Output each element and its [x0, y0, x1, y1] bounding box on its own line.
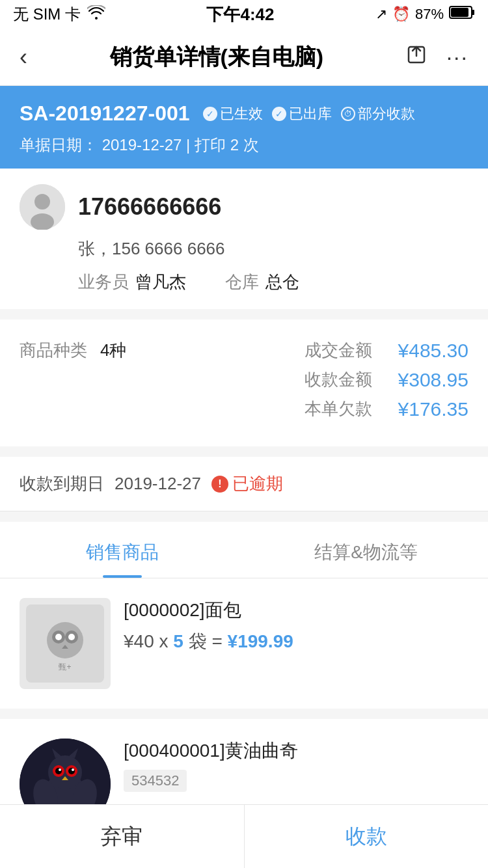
received-amount-item: 收款金额 ¥308.95 — [305, 368, 468, 391]
warehouse-value: 总仓 — [265, 271, 299, 293]
svg-point-11 — [55, 634, 62, 640]
product-info-bread: [0000002]面包 ¥40 x 5 袋 = ¥199.99 — [124, 598, 468, 654]
owed-amount-value: ¥176.35 — [398, 398, 468, 420]
transaction-amount-label: 成交金额 — [305, 339, 372, 362]
salesman-label: 业务员 — [78, 271, 129, 293]
alarm-icon: ⏰ — [392, 6, 410, 23]
share-icon[interactable] — [406, 44, 427, 70]
wifi-icon — [87, 5, 105, 23]
tabs-container: 销售商品 结算&物流等 — [0, 522, 488, 578]
customer-name-phone: 张，156 6666 6666 — [78, 237, 468, 260]
clock-icon: ⏱ — [341, 107, 355, 121]
svg-point-26 — [59, 768, 61, 771]
svg-point-8 — [47, 622, 83, 658]
product-item-bread: 甄+ [0000002]面包 ¥40 x 5 袋 = ¥199.99 — [0, 578, 488, 709]
order-id-row: SA-20191227-001 ✓ 已生效 ✓ 已出库 ⏱ 部分收款 — [20, 102, 468, 126]
carrier-text: 无 SIM 卡 — [13, 4, 81, 25]
received-amount-value: ¥308.95 — [398, 369, 468, 391]
svg-point-5 — [34, 194, 50, 210]
overdue-status: 已逾期 — [232, 472, 283, 495]
product-name-bread: [0000002]面包 — [124, 598, 468, 623]
svg-text:甄+: 甄+ — [59, 662, 71, 671]
svg-point-25 — [68, 768, 75, 774]
product-name-cookie: [000400001]黄油曲奇 — [124, 739, 468, 763]
salesman-item: 业务员 曾凡杰 — [78, 271, 186, 293]
tab-settlement-logistics[interactable]: 结算&物流等 — [244, 522, 488, 578]
status-right: ↗ ⏰ 87% — [375, 5, 475, 23]
cancel-button[interactable]: 弃审 — [0, 805, 245, 868]
separator — [0, 511, 488, 522]
battery-text: 87% — [415, 6, 444, 23]
bottom-bar: 弃审 收款 — [0, 804, 488, 868]
owed-amount-item: 本单欠款 ¥176.35 — [305, 398, 468, 420]
warehouse-item: 仓库 总仓 — [225, 271, 299, 293]
customer-meta: 业务员 曾凡杰 仓库 总仓 — [78, 271, 468, 293]
nav-title: 销货单详情(来自电脑) — [110, 42, 324, 72]
customer-row: 17666666666 — [20, 184, 468, 230]
stats-right: 成交金额 ¥485.30 收款金额 ¥308.95 本单欠款 ¥176.35 — [305, 339, 468, 427]
customer-section: 17666666666 张，156 6666 6666 业务员 曾凡杰 仓库 总… — [0, 169, 488, 309]
product-qty-bread: 5 — [173, 631, 183, 651]
avatar — [20, 184, 65, 230]
status-time: 下午4:42 — [206, 3, 274, 26]
pay-button[interactable]: 收款 — [245, 805, 489, 868]
svg-point-27 — [72, 768, 74, 771]
transaction-amount-item: 成交金额 ¥485.30 — [305, 339, 468, 362]
battery-icon — [449, 5, 475, 23]
product-price-bread: ¥40 x 5 袋 = ¥199.99 — [124, 629, 468, 654]
status-partial-payment: ⏱ 部分收款 — [341, 104, 415, 124]
product-thumb-bread: 甄+ — [20, 598, 111, 689]
overdue-date: 2019-12-27 — [115, 474, 201, 494]
customer-account-id: 17666666666 — [78, 193, 221, 221]
more-icon[interactable]: ··· — [446, 44, 468, 70]
status-bar: 无 SIM 卡 下午4:42 ↗ ⏰ 87% — [0, 0, 488, 29]
status-left: 无 SIM 卡 — [13, 4, 105, 25]
nav-bar: ‹ 销货单详情(来自电脑) ··· — [0, 29, 488, 86]
transaction-amount-value: ¥485.30 — [398, 340, 468, 362]
order-id: SA-20191227-001 — [20, 102, 190, 126]
stats-row: 商品种类 4种 成交金额 ¥485.30 收款金额 ¥308.95 本单欠款 ¥… — [20, 339, 468, 427]
order-date-row: 单据日期： 2019-12-27 | 打印 2 次 — [20, 135, 468, 156]
check-icon-2: ✓ — [272, 107, 286, 121]
overdue-label: 收款到期日 — [20, 472, 104, 495]
svg-point-24 — [55, 768, 62, 774]
tab-sales-products[interactable]: 销售商品 — [0, 522, 244, 578]
product-types-item: 商品种类 4种 — [20, 339, 126, 362]
svg-point-6 — [31, 213, 54, 230]
stats-left: 商品种类 4种 — [20, 339, 126, 368]
order-header-banner: SA-20191227-001 ✓ 已生效 ✓ 已出库 ⏱ 部分收款 单据日期：… — [0, 86, 488, 169]
overdue-badge: ! 已逾期 — [211, 472, 283, 495]
svg-rect-2 — [451, 8, 468, 17]
status-shipped: ✓ 已出库 — [272, 104, 332, 124]
svg-rect-1 — [472, 10, 474, 15]
received-amount-label: 收款金额 — [305, 368, 372, 391]
location-icon: ↗ — [375, 6, 387, 23]
product-total-bread: ¥199.99 — [228, 631, 293, 651]
overdue-warning-icon: ! — [211, 476, 228, 493]
product-types-value: 4种 — [100, 339, 126, 362]
status-badges: ✓ 已生效 ✓ 已出库 ⏱ 部分收款 — [203, 104, 415, 124]
product-types-label: 商品种类 — [20, 339, 87, 362]
nav-right-actions: ··· — [406, 44, 468, 70]
overdue-section: 收款到期日 2019-12-27 ! 已逾期 — [0, 457, 488, 511]
status-effective: ✓ 已生效 — [203, 104, 263, 124]
svg-point-12 — [68, 634, 75, 640]
check-icon-1: ✓ — [203, 107, 217, 121]
back-button[interactable]: ‹ — [20, 44, 27, 71]
salesman-value: 曾凡杰 — [135, 271, 186, 293]
owed-amount-label: 本单欠款 — [305, 398, 372, 420]
product-tag-cookie: 534532 — [124, 770, 187, 792]
stats-section: 商品种类 4种 成交金额 ¥485.30 收款金额 ¥308.95 本单欠款 ¥… — [0, 319, 488, 446]
warehouse-label: 仓库 — [225, 271, 259, 293]
